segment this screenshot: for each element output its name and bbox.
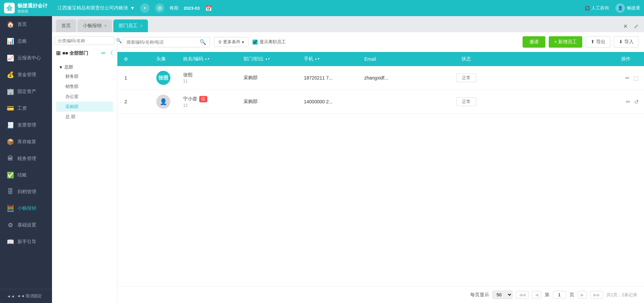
sidebar-item-expense[interactable]: 🧮 小畅报销: [0, 200, 52, 217]
sidebar-item-ledger[interactable]: 📊 总账: [0, 33, 52, 50]
col-settings[interactable]: ⚙: [117, 52, 134, 66]
dept-header: ⊞ ■■ 全部部门 ✏ 《: [55, 48, 114, 59]
settings-icon: ⚙: [7, 221, 14, 229]
name-code-2: 宁小壹 应 12: [183, 96, 233, 108]
filter-button[interactable]: ⚲ 更多条件 ▾: [214, 37, 249, 47]
sidebar-item-label: 资金管理: [17, 72, 36, 78]
sidebar-item-closing[interactable]: ✅ 结账: [0, 167, 52, 184]
sidebar-item-assets[interactable]: 🏢 固定资产: [0, 83, 52, 100]
employee-search-box[interactable]: 🔍: [123, 37, 210, 47]
col-phone[interactable]: 手机 ▲▼: [299, 52, 359, 66]
cell-avatar-2: 👤: [151, 90, 178, 114]
dept-root-arrow: ▼: [59, 65, 63, 70]
sidebar-item-home[interactable]: 🏠 首页: [0, 16, 52, 33]
next-page-button[interactable]: ▶: [578, 291, 587, 299]
sidebar-item-salary[interactable]: 💳 工资: [0, 100, 52, 117]
cell-phone-1: 18720211 7...: [299, 66, 359, 90]
page-size-select[interactable]: 50 100 200: [492, 291, 513, 299]
pin-sidebar-button[interactable]: ◄◄ ◄◄ 取消固定: [0, 289, 52, 303]
dept-search-box[interactable]: 🔍: [55, 36, 114, 45]
edit-icon-2[interactable]: ✏: [626, 99, 630, 105]
cell-actions-1: ✏ ⬚: [500, 66, 644, 90]
last-page-button[interactable]: ▶▶: [590, 291, 603, 299]
dept-item-office[interactable]: 办公室: [56, 92, 113, 102]
tab-home[interactable]: 首页: [56, 19, 76, 32]
add-employee-button[interactable]: + 新增员工: [549, 36, 582, 48]
dept-item-purchase[interactable]: 采购部: [56, 102, 113, 112]
invoice-icon: 🧾: [7, 121, 14, 129]
export-button[interactable]: ⬆ 导出: [586, 36, 610, 48]
sidebar-item-settings[interactable]: ⚙ 基础设置: [0, 217, 52, 234]
dept-edit-icon[interactable]: ✏: [101, 50, 106, 56]
dept-collapse-icon[interactable]: 《: [108, 50, 113, 57]
dept-item-sales[interactable]: 销售部: [56, 82, 113, 92]
cell-actions-2: ✏ ↺: [500, 90, 644, 114]
expand-tab-action[interactable]: ⤢: [632, 22, 640, 30]
col-name[interactable]: 姓名/编码 ▲▼: [178, 52, 238, 66]
sidebar-item-label: 总账: [17, 38, 27, 44]
col-status-label: 状态: [462, 56, 471, 61]
col-dept[interactable]: 部门/职位 ▲▼: [238, 52, 299, 66]
invite-button[interactable]: 邀请: [523, 36, 545, 48]
total-info: 共1页，2条记录: [606, 292, 637, 298]
page-input[interactable]: [553, 291, 566, 299]
logout-icon-1[interactable]: ⬚: [634, 75, 639, 81]
cell-name-1: 张熙 11: [178, 66, 238, 90]
user-area[interactable]: 👤 畅捷通: [615, 3, 640, 13]
add-company-button[interactable]: +: [140, 3, 150, 13]
show-resigned-checkbox[interactable]: [253, 40, 258, 45]
tax-icon: 🏛: [7, 155, 14, 162]
sidebar-item-reports[interactable]: 📈 云报表中心: [0, 50, 52, 66]
sidebar-item-funds[interactable]: 💰 资金管理: [0, 66, 52, 83]
tab-dept-close[interactable]: ×: [140, 23, 143, 28]
close-tab-action[interactable]: ✕: [621, 22, 629, 30]
dept-item-general[interactable]: 总 部: [56, 112, 113, 122]
sidebar-item-guide[interactable]: 📖 新手引导: [0, 234, 52, 250]
user-name: 畅捷通: [627, 5, 640, 11]
sidebar-item-archive[interactable]: 🗄 归档管理: [0, 184, 52, 200]
col-dept-label: 部门/职位: [244, 56, 264, 62]
show-resigned-label[interactable]: 显示离职员工: [253, 39, 286, 45]
sidebar-item-inventory[interactable]: 📦 库存核算: [0, 134, 52, 150]
dept-tree: ▼ 总部 财务部 销售部 办公室 采购部: [55, 61, 114, 123]
toolbar: 🔍 ⚲ 更多条件 ▾ 显示离职员工 邀请 + 新增员工 ⬆ 导出: [117, 32, 644, 52]
avatar: 👤: [615, 3, 625, 13]
company-selector[interactable]: 江西服宝精品有限责任公司内账张 ▼: [58, 5, 135, 11]
logo-area: 会 畅捷通好会计 旗舰版: [4, 3, 54, 14]
filter-icon: ⚲: [218, 40, 222, 45]
first-page-button[interactable]: ◀◀: [516, 291, 529, 299]
all-dept-label[interactable]: ⊞ ■■ 全部部门: [56, 50, 88, 56]
sidebar-item-tax[interactable]: 🏛 税务管理: [0, 150, 52, 167]
dept-search-input[interactable]: [58, 38, 114, 43]
page-content: 🔍 ⊞ ■■ 全部部门 ✏ 《 ▼ 总部: [52, 32, 644, 303]
dept-group-root[interactable]: ▼ 总部: [56, 63, 113, 71]
service-label: 人工咨询: [591, 5, 609, 11]
archive-icon: 🗄: [7, 188, 14, 195]
filter-label: 更多条件: [223, 39, 240, 45]
employee-search-input[interactable]: [126, 40, 198, 45]
prev-page-button[interactable]: ◀: [532, 291, 541, 299]
cell-status-1: 正常: [433, 66, 500, 90]
all-dept-text: ■■ 全部部门: [62, 50, 88, 56]
name-code-1: 张熙 11: [183, 72, 233, 84]
tab-expense[interactable]: 小畅报销 ×: [77, 19, 112, 32]
cell-name-2: 宁小壹 应 12: [178, 90, 238, 114]
employee-name-1: 张熙: [183, 72, 193, 78]
funds-icon: 💰: [7, 71, 14, 79]
calendar-icon[interactable]: 📅: [205, 5, 212, 11]
cell-status-2: 正常: [433, 90, 500, 114]
expense-icon: 🧮: [7, 205, 14, 212]
cell-email-1: zhangxidf...: [359, 66, 433, 90]
edit-icon-1[interactable]: ✏: [625, 75, 630, 81]
sidebar-item-invoice[interactable]: 🧾 发票管理: [0, 117, 52, 134]
tab-dept[interactable]: 部门员工 ×: [113, 19, 148, 32]
sidebar-item-label: 云报表中心: [17, 55, 41, 61]
delete-icon-2[interactable]: ↺: [634, 99, 639, 105]
col-name-label: 姓名/编码: [183, 56, 203, 62]
service-button[interactable]: 🎧 人工咨询: [585, 5, 609, 11]
dept-item-finance[interactable]: 财务部: [56, 71, 113, 82]
reports-icon: 📈: [7, 54, 14, 62]
tab-expense-close[interactable]: ×: [104, 23, 107, 28]
import-button[interactable]: ⬇ 导入: [614, 36, 639, 48]
settings-button[interactable]: ⚙: [155, 3, 164, 13]
